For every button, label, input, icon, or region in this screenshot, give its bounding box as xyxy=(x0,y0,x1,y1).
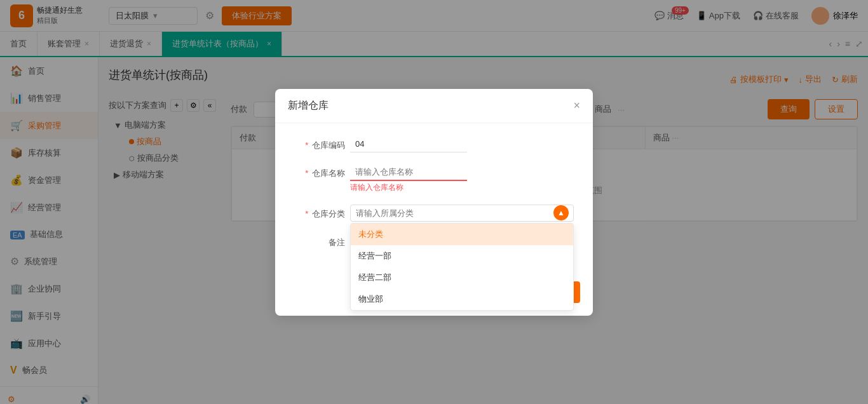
code-label: * 仓库编码 xyxy=(294,136,345,151)
dropdown-item-uncategorized[interactable]: 未分类 xyxy=(351,224,573,245)
dialog-close-button[interactable]: × xyxy=(573,99,580,112)
dropdown-item-dept2[interactable]: 经营二部 xyxy=(351,267,573,288)
dropdown-item-property[interactable]: 物业部 xyxy=(351,288,573,310)
category-dropdown: 未分类 经营一部 经营二部 物业部 xyxy=(350,223,574,311)
form-row-category: * 仓库分类 ▲ 未分类 经营一部 经营二部 物业部 xyxy=(294,205,574,222)
dialog-header: 新增仓库 × xyxy=(275,89,593,123)
name-input[interactable] xyxy=(350,164,467,181)
dialog-title: 新增仓库 xyxy=(288,99,329,112)
code-input[interactable] xyxy=(350,136,467,152)
name-label: * 仓库名称 xyxy=(294,164,345,179)
category-arrow-icon[interactable]: ▲ xyxy=(553,205,569,220)
category-input-wrap: ▲ 未分类 经营一部 经营二部 物业部 xyxy=(350,205,574,222)
name-error-message: 请输入仓库名称 xyxy=(350,182,574,193)
form-row-name: * 仓库名称 请输入仓库名称 xyxy=(294,164,574,193)
dialog-body: * 仓库编码 * 仓库名称 请输入仓库名称 xyxy=(275,123,593,274)
new-warehouse-dialog: 新增仓库 × * 仓库编码 * 仓库名称 xyxy=(275,89,593,316)
dialog-overlay[interactable]: 新增仓库 × * 仓库编码 * 仓库名称 xyxy=(0,0,868,404)
note-label: 备注 xyxy=(294,233,345,248)
category-input[interactable] xyxy=(350,205,574,222)
dropdown-item-dept1[interactable]: 经营一部 xyxy=(351,245,573,267)
form-row-code: * 仓库编码 xyxy=(294,136,574,152)
category-label: * 仓库分类 xyxy=(294,205,345,220)
